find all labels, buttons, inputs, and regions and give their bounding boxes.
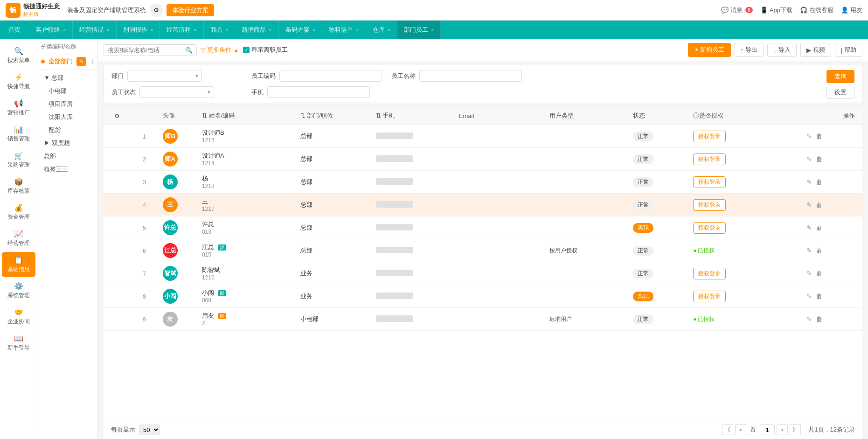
- authorize-button[interactable]: 授权登录: [693, 153, 726, 165]
- tab-employee[interactable]: 部门员工×: [397, 21, 441, 39]
- sidebar-item-guide[interactable]: 📖 新手引导: [2, 330, 35, 355]
- authorize-button[interactable]: 授权登录: [693, 199, 726, 211]
- import-button[interactable]: ↓ 导入: [767, 43, 797, 57]
- tab-close-history[interactable]: ×: [194, 27, 196, 33]
- trial-button[interactable]: 体验行业方案: [167, 4, 214, 16]
- sidebar-item-collab[interactable]: 🤝 企业协同: [2, 304, 35, 329]
- edit-icon[interactable]: ✎: [806, 155, 812, 163]
- per-page-select[interactable]: 50: [139, 425, 160, 435]
- search-input[interactable]: [108, 47, 183, 54]
- search-icon[interactable]: 🔍: [185, 47, 193, 54]
- filter-search-button[interactable]: 查询: [826, 70, 854, 83]
- filter-emp-name-input[interactable]: [419, 70, 522, 82]
- edit-icon[interactable]: ✎: [806, 247, 812, 254]
- delete-icon[interactable]: 🗑: [816, 293, 822, 300]
- dept-item-hq-root[interactable]: ▼ 总部: [37, 71, 97, 84]
- app-download-button[interactable]: 📱 App下载: [760, 6, 792, 14]
- export-button[interactable]: ↑ 导出: [735, 43, 764, 57]
- delete-icon[interactable]: 🗑: [816, 247, 822, 254]
- delete-icon[interactable]: 🗑: [816, 132, 822, 140]
- authorize-button[interactable]: 授权登录: [693, 291, 726, 302]
- settings-icon[interactable]: ⚙: [150, 4, 163, 17]
- dept-item-shuanglu[interactable]: ▶ 双鹿想: [37, 137, 97, 150]
- authorize-button[interactable]: 授权登录: [693, 268, 726, 279]
- tab-close-goods[interactable]: ×: [225, 27, 228, 33]
- authorize-button[interactable]: 授权登录: [693, 131, 726, 142]
- filter-phone-input[interactable]: [267, 86, 370, 98]
- tab-close-material[interactable]: ×: [356, 27, 359, 33]
- more-filter-button[interactable]: ▽ 更多条件 ▲: [201, 46, 239, 54]
- tab-profit[interactable]: 利润报告×: [117, 21, 160, 39]
- tab-material[interactable]: 物料清单×: [322, 21, 366, 39]
- dept-edit-icon[interactable]: ✎: [76, 57, 86, 66]
- tab-operation[interactable]: 经营情况×: [73, 21, 116, 39]
- sidebar-search-input[interactable]: [41, 43, 98, 50]
- delete-icon[interactable]: 🗑: [816, 270, 822, 277]
- message-button[interactable]: 💬 消息 6: [721, 6, 753, 14]
- delete-icon[interactable]: 🗑: [816, 315, 822, 323]
- tab-close-barcode[interactable]: ×: [312, 27, 315, 33]
- current-page-input[interactable]: [760, 424, 775, 435]
- tab-barcode[interactable]: 条码方案×: [279, 21, 322, 39]
- dept-item-distribution[interactable]: 配货: [37, 124, 97, 137]
- show-inactive-checkbox[interactable]: ✓: [243, 47, 250, 53]
- authorize-button[interactable]: 授权登录: [693, 222, 726, 234]
- sidebar-item-finance[interactable]: 💰 资金管理: [2, 200, 35, 225]
- show-inactive-toggle[interactable]: ✓ 显示离职员工: [243, 46, 288, 54]
- sidebar-item-inventory[interactable]: 📦 库存核算: [2, 174, 35, 199]
- edit-icon[interactable]: ✎: [806, 270, 812, 277]
- tab-customer[interactable]: 客户联络×: [29, 21, 73, 39]
- col-settings[interactable]: ⚙: [104, 107, 131, 125]
- tab-new-goods[interactable]: 新增商品×: [235, 21, 278, 39]
- sidebar-item-purchase[interactable]: 🛒 采购管理: [2, 147, 35, 173]
- dept-item-zhishu[interactable]: 植树王三: [37, 163, 97, 176]
- tab-close-profit[interactable]: ×: [150, 27, 153, 33]
- delete-icon[interactable]: 🗑: [816, 178, 822, 186]
- delete-icon[interactable]: 🗑: [816, 224, 822, 231]
- sidebar-item-shortcut[interactable]: ⚡ 快捷导航: [2, 69, 35, 94]
- sidebar-item-marketing[interactable]: 📢 营销推广: [2, 95, 35, 120]
- sidebar-item-system[interactable]: ⚙️ 系统管理: [2, 278, 35, 303]
- add-employee-button[interactable]: + 新增员工: [688, 43, 730, 57]
- tab-goods[interactable]: 商品×: [204, 21, 235, 39]
- prev-page-button[interactable]: ＜: [735, 424, 746, 435]
- filter-status-select[interactable]: [139, 86, 214, 98]
- dept-item-shenyang[interactable]: 沈阳大库: [37, 111, 97, 124]
- all-dept-item[interactable]: 全部部门 ✎ 《: [37, 54, 97, 70]
- tab-close-new-goods[interactable]: ×: [269, 27, 271, 33]
- edit-icon[interactable]: ✎: [806, 201, 812, 209]
- dept-item-hq[interactable]: 总部: [37, 150, 97, 163]
- tab-warehouse[interactable]: 仓库×: [366, 21, 397, 39]
- filter-dept-select[interactable]: [127, 70, 202, 82]
- user-menu[interactable]: 👤 用友: [841, 6, 862, 14]
- dept-item-small-electric[interactable]: 小电部: [37, 84, 97, 98]
- filter-reset-button[interactable]: 设置: [826, 86, 854, 99]
- tab-close-employee[interactable]: ×: [431, 27, 434, 33]
- edit-icon[interactable]: ✎: [806, 132, 812, 140]
- help-button[interactable]: | 帮助: [835, 43, 862, 57]
- sidebar-item-management[interactable]: 📈 经营管理: [2, 226, 35, 251]
- tab-close-customer[interactable]: ×: [63, 27, 66, 33]
- edit-icon[interactable]: ✎: [806, 224, 812, 231]
- delete-icon[interactable]: 🗑: [816, 201, 822, 209]
- tab-close-operation[interactable]: ×: [106, 27, 109, 33]
- edit-icon[interactable]: ✎: [806, 178, 812, 186]
- last-page-button[interactable]: 》: [790, 424, 801, 435]
- first-page-button[interactable]: 《: [722, 424, 733, 435]
- sidebar-item-basic-info[interactable]: 📋 基础信息: [2, 252, 35, 277]
- collapse-btn[interactable]: 《: [88, 58, 94, 66]
- dept-item-project-storage[interactable]: 项目库房: [37, 98, 97, 111]
- edit-icon[interactable]: ✎: [806, 315, 812, 323]
- online-service-button[interactable]: 🎧 在线客服: [800, 6, 833, 14]
- tab-history[interactable]: 经营历程×: [160, 21, 203, 39]
- authorize-button[interactable]: 授权登录: [693, 176, 726, 188]
- sidebar-item-search[interactable]: 🔍 搜索菜单: [2, 43, 35, 68]
- tab-home[interactable]: 首页: [0, 21, 29, 39]
- edit-icon[interactable]: ✎: [806, 293, 812, 300]
- sidebar-item-sales[interactable]: 📊 销售管理: [2, 121, 35, 146]
- view-button[interactable]: ▶ 视频: [800, 43, 831, 57]
- next-page-button[interactable]: ＞: [777, 424, 788, 435]
- filter-emp-code-input[interactable]: [279, 70, 382, 82]
- delete-icon[interactable]: 🗑: [816, 155, 822, 163]
- tab-close-warehouse[interactable]: ×: [388, 27, 390, 33]
